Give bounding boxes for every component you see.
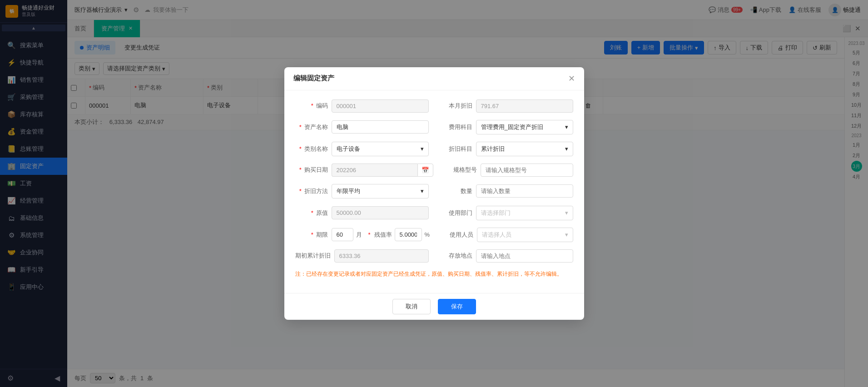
- period-dep-input: [334, 249, 429, 263]
- form-col-dep-subject: 折旧科目 累计折旧 ▾: [440, 142, 573, 156]
- edit-asset-modal: 编辑固定资产 ✕ * 编码 本月折旧: [284, 67, 584, 320]
- residual-rate-label: 残值率: [374, 231, 392, 239]
- form-row-5: * 折旧方法 年限平均 ▾ 数量: [295, 184, 573, 198]
- storage-input[interactable]: [476, 249, 573, 263]
- form-col-storage: 存放地点: [440, 249, 573, 263]
- original-value-label: * 原值: [295, 209, 328, 217]
- storage-label: 存放地点: [440, 252, 472, 260]
- form-row-7: * 期限 月 * 残值率 % 使用人员 请选择人员: [295, 228, 573, 242]
- form-col-expense-subject: 费用科目 管理费用_固定资产折旧 ▾: [440, 120, 573, 134]
- modal-title: 编辑固定资产: [293, 74, 334, 83]
- form-row-6: * 原值 使用部门 请选择部门 ▾: [295, 206, 573, 220]
- form-col-user: 使用人员 请选择人员 ▾: [441, 228, 573, 242]
- quantity-input[interactable]: [476, 184, 573, 198]
- chevron-down-icon: ▾: [565, 231, 568, 238]
- residual-rate-input[interactable]: [395, 228, 422, 241]
- dep-subject-select[interactable]: 累计折旧 ▾: [476, 142, 573, 156]
- form-col-asset-name: * 资产名称: [295, 120, 429, 134]
- form-row-4: * 购买日期 📅 规格型号: [295, 164, 573, 177]
- original-value-input[interactable]: [332, 206, 429, 219]
- form-col-department: 使用部门 请选择部门 ▾: [440, 206, 573, 220]
- category-name-value: 电子设备: [337, 145, 360, 153]
- user-select[interactable]: 请选择人员 ▾: [477, 228, 573, 242]
- modal-overlay: 编辑固定资产 ✕ * 编码 本月折旧: [0, 0, 868, 387]
- period-dep-label: 期初累计折旧: [295, 252, 331, 260]
- chevron-down-icon: ▾: [421, 188, 424, 194]
- category-name-label: * 类别名称: [295, 145, 328, 153]
- purchase-date-label: * 购买日期: [295, 166, 328, 174]
- form-col-category: * 类别名称 电子设备 ▾: [295, 142, 429, 156]
- form-col-purchase-date: * 购买日期 📅: [295, 164, 433, 177]
- spec-model-input[interactable]: [481, 164, 573, 177]
- user-label: 使用人员: [441, 231, 473, 239]
- spec-model-label: 规格型号: [444, 166, 477, 174]
- asset-name-label: * 资产名称: [295, 123, 328, 131]
- form-col-period: * 期限 月 * 残值率 %: [295, 228, 430, 242]
- code-label: * 编码: [295, 102, 328, 110]
- form-row-2: * 资产名称 费用科目 管理费用_固定资产折旧 ▾: [295, 120, 573, 134]
- form-col-this-month-dep: 本月折旧: [440, 99, 573, 113]
- this-month-dep-label: 本月折旧: [440, 102, 472, 110]
- dep-method-label: * 折旧方法: [295, 187, 328, 195]
- residual-rate-unit: %: [425, 231, 430, 238]
- purchase-date-input[interactable]: [332, 164, 417, 177]
- save-btn[interactable]: 保存: [438, 299, 476, 314]
- form-col-original-value: * 原值: [295, 206, 429, 220]
- period-input[interactable]: [332, 228, 353, 241]
- modal-body: * 编码 本月折旧 * 资产名称: [284, 90, 584, 293]
- code-input[interactable]: [332, 99, 429, 113]
- department-placeholder: 请选择部门: [481, 209, 511, 217]
- chevron-down-icon: ▾: [421, 145, 424, 152]
- calendar-icon[interactable]: 📅: [417, 164, 433, 177]
- quantity-label: 数量: [440, 187, 472, 195]
- department-select[interactable]: 请选择部门 ▾: [476, 206, 573, 220]
- period-label: * 期限: [295, 231, 328, 239]
- period-group: 月 * 残值率 %: [332, 228, 430, 241]
- form-col-spec-model: 规格型号: [444, 164, 573, 177]
- dep-subject-label: 折旧科目: [440, 145, 472, 153]
- asset-name-input[interactable]: [332, 120, 429, 134]
- cancel-btn[interactable]: 取消: [392, 299, 431, 314]
- form-row-1: * 编码 本月折旧: [295, 99, 573, 113]
- chevron-down-icon: ▾: [565, 124, 568, 130]
- category-name-select[interactable]: 电子设备 ▾: [332, 142, 429, 156]
- expense-subject-value: 管理费用_固定资产折旧: [481, 123, 543, 131]
- expense-subject-label: 费用科目: [440, 123, 472, 131]
- department-label: 使用部门: [440, 209, 472, 217]
- modal-header: 编辑固定资产 ✕: [284, 67, 584, 90]
- form-note: 注：已经存在变更记录或者对应固定资产已经生成凭证，原值、购买日期、残值率、累计折…: [295, 270, 573, 284]
- modal-footer: 取消 保存: [284, 293, 584, 320]
- form-col-code: * 编码: [295, 99, 429, 113]
- form-col-quantity: 数量: [440, 184, 573, 198]
- user-placeholder: 请选择人员: [482, 231, 511, 239]
- dep-subject-value: 累计折旧: [481, 145, 505, 153]
- form-col-period-dep: 期初累计折旧: [295, 249, 429, 263]
- modal-close-btn[interactable]: ✕: [568, 74, 575, 84]
- expense-subject-select[interactable]: 管理费用_固定资产折旧 ▾: [476, 120, 573, 134]
- form-row-3: * 类别名称 电子设备 ▾ 折旧科目 累计折旧 ▾: [295, 142, 573, 156]
- chevron-down-icon: ▾: [565, 209, 568, 216]
- this-month-dep-input: [476, 99, 573, 113]
- dep-method-select[interactable]: 年限平均 ▾: [332, 184, 429, 198]
- purchase-date-wrap: 📅: [332, 164, 433, 177]
- chevron-down-icon: ▾: [565, 145, 568, 152]
- form-row-8: 期初累计折旧 存放地点: [295, 249, 573, 263]
- form-col-dep-method: * 折旧方法 年限平均 ▾: [295, 184, 429, 198]
- dep-method-value: 年限平均: [337, 187, 360, 195]
- period-unit: 月: [356, 231, 362, 239]
